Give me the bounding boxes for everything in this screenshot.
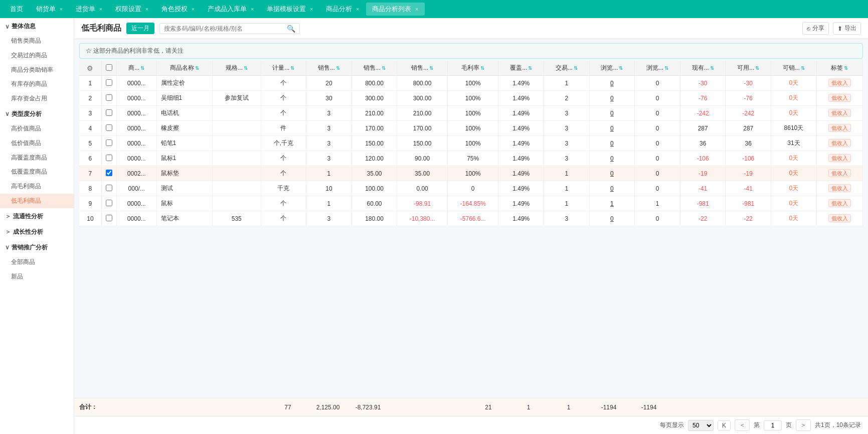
nav-template[interactable]: 单据模板设置 × <box>261 3 319 16</box>
views1-link[interactable]: 0 <box>610 95 614 102</box>
cell-views1[interactable]: 0 <box>589 106 635 121</box>
nav-permission-close[interactable]: × <box>145 6 148 12</box>
cell-views1[interactable]: 1 <box>589 196 635 211</box>
th-checkbox[interactable] <box>101 61 116 76</box>
date-filter-btn[interactable]: 近一月 <box>126 23 154 34</box>
views1-link[interactable]: 0 <box>610 215 614 222</box>
cell-views1[interactable]: 0 <box>589 211 635 226</box>
prev-page-btn[interactable]: ＜ <box>735 419 750 431</box>
row-checkbox[interactable] <box>106 94 112 101</box>
th-tag[interactable]: 标签⇅ <box>816 61 862 76</box>
first-page-btn[interactable]: K <box>718 420 731 430</box>
th-sales-qty[interactable]: 销售...⇅ <box>306 61 352 76</box>
sidebar-item-high-gross[interactable]: 高毛利商品 <box>0 179 74 194</box>
th-trade[interactable]: 交易...⇅ <box>544 61 590 76</box>
th-coverage[interactable]: 覆盖...⇅ <box>498 61 544 76</box>
row-checkbox[interactable] <box>106 215 112 221</box>
nav-purchase[interactable]: 进货单 × <box>70 3 108 16</box>
views1-link[interactable]: 0 <box>610 110 614 117</box>
nav-template-close[interactable]: × <box>310 6 313 12</box>
sidebar-item-category-rate[interactable]: 商品分类助销率 <box>0 63 74 77</box>
sidebar-item-high-value[interactable]: 高价值商品 <box>0 121 74 136</box>
cell-views1[interactable]: 0 <box>589 136 635 151</box>
page-number-input[interactable] <box>764 420 782 430</box>
th-current-stock[interactable]: 现有...⇅ <box>680 61 726 76</box>
th-gross-rate[interactable]: 毛利率⇅ <box>447 61 498 76</box>
cell-checkbox[interactable] <box>101 76 116 91</box>
views1-link[interactable]: 0 <box>610 80 614 87</box>
cell-checkbox[interactable] <box>101 136 116 151</box>
th-name[interactable]: 商品名称⇅ <box>156 61 212 76</box>
page-size-select[interactable]: 50 20 100 <box>688 420 714 431</box>
settings-icon[interactable]: ⚙ <box>87 64 93 72</box>
sidebar-item-low-value[interactable]: 低价值商品 <box>0 136 74 151</box>
th-unit[interactable]: 计量...⇅ <box>261 61 306 76</box>
row-checkbox[interactable] <box>106 139 112 146</box>
nav-product-analysis-list[interactable]: 商品分析列表 × <box>366 3 424 16</box>
nav-sales[interactable]: 销货单 × <box>30 3 69 16</box>
row-checkbox[interactable] <box>106 200 112 206</box>
cell-views1[interactable]: 0 <box>589 181 635 196</box>
cell-checkbox[interactable] <box>101 121 116 136</box>
views1-link[interactable]: 0 <box>610 185 614 192</box>
cell-checkbox[interactable] <box>101 196 116 211</box>
sidebar-item-all-goods[interactable]: 全部商品 <box>0 255 74 269</box>
cell-views1[interactable]: 0 <box>589 76 635 91</box>
sidebar-item-stocked[interactable]: 有库存的商品 <box>0 77 74 91</box>
th-available[interactable]: 可用...⇅ <box>726 61 771 76</box>
row-checkbox[interactable] <box>106 79 112 86</box>
search-input[interactable] <box>164 25 287 32</box>
sidebar-section-type[interactable]: ∨ 类型度分析 <box>0 106 74 121</box>
th-spec[interactable]: 规格...⇅ <box>212 61 261 76</box>
nav-sales-close[interactable]: × <box>60 6 63 12</box>
nav-product-analysis-close[interactable]: × <box>356 6 359 12</box>
th-sales-gross[interactable]: 销售...⇅ <box>397 61 448 76</box>
views1-link[interactable]: 1 <box>610 200 614 207</box>
nav-permission[interactable]: 权限设置 × <box>109 3 154 16</box>
next-page-btn[interactable]: ＞ <box>796 419 811 431</box>
nav-product-entry-close[interactable]: × <box>251 6 254 12</box>
nav-product-analysis[interactable]: 商品分析 × <box>320 3 365 16</box>
sidebar-item-capital[interactable]: 库存资金占用 <box>0 91 74 106</box>
cell-checkbox[interactable] <box>101 151 116 166</box>
row-checkbox[interactable] <box>106 185 112 191</box>
views1-link[interactable]: 0 <box>610 170 614 177</box>
sidebar-item-new-goods[interactable]: 新品 <box>0 269 74 284</box>
sidebar-section-flow[interactable]: ＞ 流通性分析 <box>0 208 74 224</box>
export-button[interactable]: ⬆ 导出 <box>833 22 861 35</box>
nav-product-entry[interactable]: 产成品入库单 × <box>202 3 260 16</box>
cell-views1[interactable]: 0 <box>589 166 635 181</box>
row-checkbox[interactable] <box>106 109 112 116</box>
views1-link[interactable]: 0 <box>610 155 614 162</box>
th-sales-price[interactable]: 销售...⇅ <box>352 61 397 76</box>
share-button[interactable]: ⎋ 分享 <box>802 22 829 35</box>
cell-checkbox[interactable] <box>101 211 116 226</box>
th-code[interactable]: 商...⇅ <box>116 61 156 76</box>
row-checkbox[interactable] <box>106 155 112 161</box>
nav-role[interactable]: 角色授权 × <box>155 3 201 16</box>
cell-views1[interactable]: 0 <box>589 151 635 166</box>
sidebar-item-sales-goods[interactable]: 销售类商品 <box>0 34 74 48</box>
th-views1[interactable]: 浏览...⇅ <box>589 61 635 76</box>
sidebar-item-low-coverage[interactable]: 低覆盖度商品 <box>0 165 74 179</box>
nav-role-close[interactable]: × <box>192 6 195 12</box>
nav-purchase-close[interactable]: × <box>99 6 102 12</box>
views1-link[interactable]: 0 <box>610 125 614 132</box>
cell-checkbox[interactable] <box>101 166 116 181</box>
cell-views1[interactable]: 0 <box>589 121 635 136</box>
th-views2[interactable]: 浏览...⇅ <box>635 61 680 76</box>
row-checkbox[interactable] <box>106 170 112 176</box>
nav-home[interactable]: 首页 <box>4 3 29 16</box>
cell-checkbox[interactable] <box>101 91 116 106</box>
sidebar-item-high-coverage[interactable]: 高覆盖度商品 <box>0 151 74 165</box>
sidebar-item-low-gross[interactable]: 低毛利商品 <box>0 194 74 208</box>
th-settings[interactable]: ⚙ <box>79 61 101 76</box>
cell-checkbox[interactable] <box>101 106 116 121</box>
sidebar-section-marketing[interactable]: ∨ 营销推广分析 <box>0 239 74 255</box>
sidebar-item-traded-goods[interactable]: 交易过的商品 <box>0 48 74 63</box>
sidebar-section-overall[interactable]: ∨ 整体信息 <box>0 18 74 34</box>
cell-views1[interactable]: 0 <box>589 91 635 106</box>
cell-checkbox[interactable] <box>101 181 116 196</box>
th-sellable[interactable]: 可销...⇅ <box>771 61 817 76</box>
sidebar-section-growth[interactable]: ＞ 成长性分析 <box>0 224 74 239</box>
